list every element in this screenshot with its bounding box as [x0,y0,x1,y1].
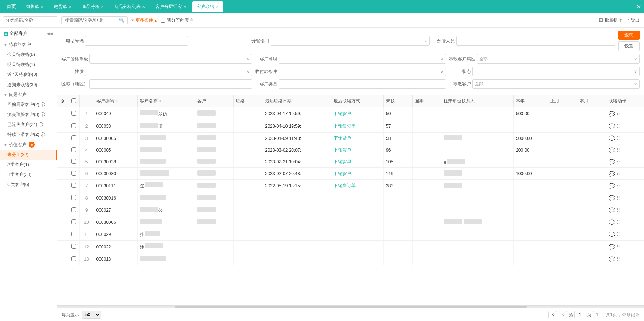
row-checkbox[interactable] [71,195,76,200]
more-icon[interactable]: ⠿ [616,256,620,262]
gender-select[interactable]: ∨ [85,67,252,76]
problem-customers-group[interactable]: ▼ 问题客户 [0,90,57,100]
last-way-link[interactable]: 下销货单 [334,135,351,141]
last-way-link[interactable]: 下销售订单 [334,123,356,128]
row-checkbox[interactable] [71,232,76,236]
chat-icon[interactable]: 💬 [609,135,615,141]
row-checkbox[interactable] [71,171,76,176]
class-b-item[interactable]: B类客户(33) [0,170,57,180]
sales-tab[interactable]: 销售单 ✕ [21,1,48,12]
last-way-link[interactable]: 下销货单 [334,111,351,116]
row-checkbox[interactable] [71,159,76,164]
code-col-header[interactable]: 客户编码 ⇅ [94,95,138,107]
home-tab[interactable]: 首页 [3,3,20,10]
close-contact-tab[interactable]: ✕ [216,5,219,9]
abnormal-repurchase-item[interactable]: 回购异常客户(2) ⓘ [0,100,57,110]
reset-button[interactable]: 设置 [618,41,640,51]
product-analysis-tab[interactable]: 商品分析 ✕ [77,1,108,12]
row-checkbox[interactable] [71,135,76,140]
value-customers-group[interactable]: ▼ 价值客户 ↻ [0,140,57,150]
region-select[interactable]: … [89,79,252,89]
more-icon[interactable]: ⠿ [616,147,620,153]
week-pending-item[interactable]: 近7天待联络(0) [0,70,57,80]
filter-search-icon[interactable]: 🔍 [119,18,124,23]
last-way-link[interactable]: 下销货单 [334,171,351,176]
class-a-item[interactable]: A类客户(1) [0,160,57,170]
price-level-select[interactable]: ∨ [89,54,252,64]
this-month-col-header[interactable]: 本月... [577,95,606,107]
collapse-sidebar-icon[interactable]: ◀◀ [47,32,53,36]
prev-page-button[interactable]: < [559,311,567,318]
name-col-header[interactable]: 客户名称 ⇅ [138,95,195,107]
chat-icon[interactable]: 💬 [609,147,615,153]
scrollbar-thumb[interactable] [175,306,527,308]
batch-op-btn[interactable]: ☑ 批量操作 [599,17,622,24]
my-customers-filter[interactable]: 我分管的客户 [161,17,193,24]
phone-input[interactable] [85,36,188,46]
row-checkbox[interactable] [71,244,76,249]
today-pending-item[interactable]: 今天待联络(0) [0,50,57,60]
chat-icon[interactable]: 💬 [609,195,615,201]
select-all-checkbox[interactable] [71,98,76,103]
declining-item[interactable]: 持续下滑客户(2) ⓘ [0,130,57,140]
pending-contact-group[interactable]: ▼ 待联络客户 [0,40,57,50]
status-select[interactable]: ∨ [472,67,640,76]
query-button[interactable]: 查询 [618,31,640,40]
last-way-link[interactable]: 下销货单 [334,159,351,164]
sidebar-search-input[interactable] [3,16,57,24]
dept-select[interactable]: ∨ [271,36,430,46]
more-icon[interactable]: ⠿ [616,123,620,129]
manager-select[interactable]: … [456,36,615,46]
cat-col-header[interactable]: 客户... [195,95,233,107]
row-checkbox[interactable] [71,111,76,116]
retail-attr-select[interactable]: 全部 ∨ [477,54,640,64]
unlink-col-header[interactable]: 未联... [384,95,413,107]
contact-col-header[interactable]: 联络... [234,95,263,107]
product-analysis-list-tab[interactable]: 商品分析列表 ✕ [110,1,149,12]
overdue-pending-item[interactable]: 逾期未联络(30) [0,80,57,90]
row-checkbox[interactable] [71,123,76,128]
close-purchase-tab[interactable]: ✕ [68,5,71,9]
last-month-col-header[interactable]: 上月... [548,95,577,107]
chat-icon[interactable]: 💬 [609,111,615,117]
close-analysis-tab[interactable]: ✕ [101,5,104,9]
payment-select[interactable]: ∨ [279,67,446,76]
close-segment-tab[interactable]: ✕ [183,5,186,9]
churned-item[interactable]: 已流失客户(24) ⓘ [0,120,57,130]
close-analysis-list-tab[interactable]: ✕ [142,5,145,9]
settings-col-header[interactable]: ⚙ [57,95,68,107]
more-icon[interactable]: ⠿ [616,111,620,117]
chat-icon[interactable]: 💬 [609,183,615,189]
more-icon[interactable]: ⠿ [616,207,620,213]
row-checkbox[interactable] [71,256,76,261]
more-icon[interactable]: ⠿ [616,171,620,177]
more-icon[interactable]: ⠿ [616,244,620,250]
last-way-link[interactable]: 下销售订单 [334,183,356,188]
row-checkbox[interactable] [71,207,76,212]
overdue-col-header[interactable]: 逾期... [412,95,441,107]
churn-warning-item[interactable]: 流失预警客户(3) ⓘ [0,110,57,120]
customer-segment-tab[interactable]: 客户分层经客 ✕ [151,1,191,12]
row-checkbox[interactable] [71,219,76,224]
unit-contact-col-header[interactable]: 往来单位联系人 [441,95,514,107]
filter-search-input[interactable] [65,18,117,23]
per-page-select[interactable]: 50 100 [82,311,101,319]
more-icon[interactable]: ⠿ [616,195,620,201]
chat-icon[interactable]: 💬 [609,171,615,177]
tomorrow-pending-item[interactable]: 明天待联络(1) [0,60,57,70]
class-c-item[interactable]: C类客户(6) [0,180,57,190]
current-page-input[interactable] [574,311,585,318]
purchase-tab[interactable]: 进货单 ✕ [49,1,76,12]
customer-contact-tab[interactable]: 客户联络 ✕ [192,1,223,12]
chat-icon[interactable]: 💬 [609,159,615,165]
all-customers-title[interactable]: ⊞ 全部客户 ◀◀ [0,28,57,40]
chat-icon[interactable]: 💬 [609,232,615,237]
my-customers-checkbox[interactable] [161,18,165,23]
this-year-col-header[interactable]: 本年... [514,95,548,107]
last-date-col-header[interactable]: 最后联络日期 [263,95,331,107]
more-icon[interactable]: ⠿ [616,219,620,225]
horizontal-scrollbar[interactable] [57,305,644,308]
retail-customer-select[interactable]: 全部 ∨ [472,79,640,89]
more-icon[interactable]: ⠿ [616,232,620,237]
first-page-button[interactable]: K [548,311,557,318]
